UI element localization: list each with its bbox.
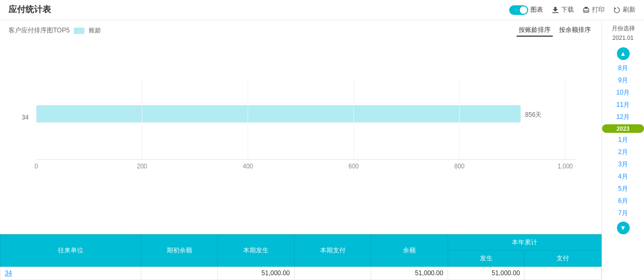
chart-wrapper: 34 856天 0 200 400 600 800 1,000 xyxy=(0,41,602,234)
chart-header: 客户应付排序图TOP5 账龄 按账龄排序 按余额排序 xyxy=(0,20,602,41)
svg-rect-3 xyxy=(585,11,588,12)
download-button[interactable]: 下载 xyxy=(552,5,574,14)
month-item-12[interactable]: 12月 xyxy=(602,111,644,123)
row-current-payment xyxy=(294,267,371,280)
month-item-7[interactable]: 7月 xyxy=(602,207,644,219)
row-opening-balance xyxy=(141,267,218,280)
legend-box xyxy=(74,28,84,34)
legend-label: 客户应付排序图TOP5 xyxy=(8,26,70,35)
refresh-button[interactable]: 刷新 xyxy=(613,5,636,14)
chart-toggle[interactable] xyxy=(509,5,528,15)
month-list: 8月 9月 10月 11月 12月 2023 1月 2月 3月 4月 5月 6月… xyxy=(602,62,644,219)
legend-box-label: 账龄 xyxy=(89,26,101,35)
table-row: 34 51,000.00 51,000.00 51,000.00 xyxy=(1,267,602,280)
col-current-payment: 本期支付 xyxy=(294,235,371,267)
col-from-unit: 往来单位 xyxy=(1,235,141,267)
month-item-9[interactable]: 9月 xyxy=(602,74,644,87)
svg-text:856天: 856天 xyxy=(525,111,542,117)
chart-area: 客户应付排序图TOP5 账龄 按账龄排序 按余额排序 34 856天 xyxy=(0,20,602,280)
svg-rect-0 xyxy=(552,12,559,13)
chart-toggle-label: 图表 xyxy=(530,5,543,14)
svg-rect-2 xyxy=(585,7,588,9)
scroll-down-button[interactable]: ▼ xyxy=(617,222,630,234)
month-item-11[interactable]: 11月 xyxy=(602,99,644,111)
svg-text:34: 34 xyxy=(22,114,29,121)
sort-by-balance-button[interactable]: 按余额排序 xyxy=(557,24,593,37)
col-opening-balance: 期初余额 xyxy=(141,235,218,267)
col-balance: 余额 xyxy=(371,235,448,267)
right-sidebar: 月份选择 2021.01 ▲ 8月 9月 10月 11月 12月 2023 1月… xyxy=(602,20,644,280)
chart-legend: 客户应付排序图TOP5 账龄 xyxy=(8,26,101,35)
sort-by-amount-button[interactable]: 按账龄排序 xyxy=(517,24,553,37)
table-area: 往来单位 期初余额 本期发生 本期支付 余额 本年累计 发生 支付 xyxy=(0,234,602,280)
print-icon xyxy=(582,6,590,14)
month-item-10[interactable]: 10月 xyxy=(602,87,644,99)
bar-chart: 34 856天 0 200 400 600 800 1,000 xyxy=(8,45,593,194)
month-item-3[interactable]: 3月 xyxy=(602,158,644,171)
svg-text:400: 400 xyxy=(243,162,253,169)
row-ytd-payment xyxy=(525,267,602,280)
col-current-occurrence: 本期发生 xyxy=(218,235,295,267)
page-title: 应付统计表 xyxy=(8,4,51,15)
print-button[interactable]: 打印 xyxy=(582,5,605,14)
refresh-icon xyxy=(613,6,621,14)
year-badge: 2023 xyxy=(602,124,644,133)
sidebar-label: 月份选择 xyxy=(612,24,635,32)
main-content: 客户应付排序图TOP5 账龄 按账龄排序 按余额排序 34 856天 xyxy=(0,20,644,280)
month-item-8[interactable]: 8月 xyxy=(602,62,644,74)
svg-marker-4 xyxy=(614,7,616,9)
row-from-unit: 34 xyxy=(1,267,141,280)
svg-text:600: 600 xyxy=(348,162,359,169)
header-actions: 图表 下载 打印 刷新 xyxy=(509,5,636,15)
svg-text:0: 0 xyxy=(35,162,38,169)
row-ytd-occurrence: 51,000.00 xyxy=(448,267,525,280)
table-header-row: 往来单位 期初余额 本期发生 本期支付 余额 本年累计 xyxy=(1,235,602,251)
month-item-2[interactable]: 2月 xyxy=(602,146,644,158)
row-id-link[interactable]: 34 xyxy=(5,269,12,277)
month-item-1[interactable]: 1月 xyxy=(602,134,644,146)
row-balance: 51,000.00 xyxy=(371,267,448,280)
col-ytd-occurrence: 发生 xyxy=(448,251,525,267)
month-item-6[interactable]: 6月 xyxy=(602,195,644,207)
app-header: 应付统计表 图表 下载 打印 刷新 xyxy=(0,0,644,20)
download-icon xyxy=(552,6,559,14)
month-item-4[interactable]: 4月 xyxy=(602,171,644,183)
sort-buttons: 按账龄排序 按余额排序 xyxy=(517,24,593,37)
row-current-occurrence: 51,000.00 xyxy=(218,267,295,280)
col-ytd-payment: 支付 xyxy=(525,251,602,267)
scroll-up-button[interactable]: ▲ xyxy=(617,47,630,60)
sidebar-date: 2021.01 xyxy=(613,35,634,41)
month-item-5[interactable]: 5月 xyxy=(602,183,644,195)
svg-text:200: 200 xyxy=(137,162,148,169)
data-table: 往来单位 期初余额 本期发生 本期支付 余额 本年累计 发生 支付 xyxy=(0,234,602,280)
svg-text:800: 800 xyxy=(454,162,465,169)
svg-text:1,000: 1,000 xyxy=(557,162,573,169)
chart-toggle-wrap: 图表 xyxy=(509,5,543,15)
table-container: 往来单位 期初余额 本期发生 本期支付 余额 本年累计 发生 支付 xyxy=(0,234,602,280)
col-ytd: 本年累计 xyxy=(448,235,601,251)
svg-rect-6 xyxy=(36,105,520,122)
